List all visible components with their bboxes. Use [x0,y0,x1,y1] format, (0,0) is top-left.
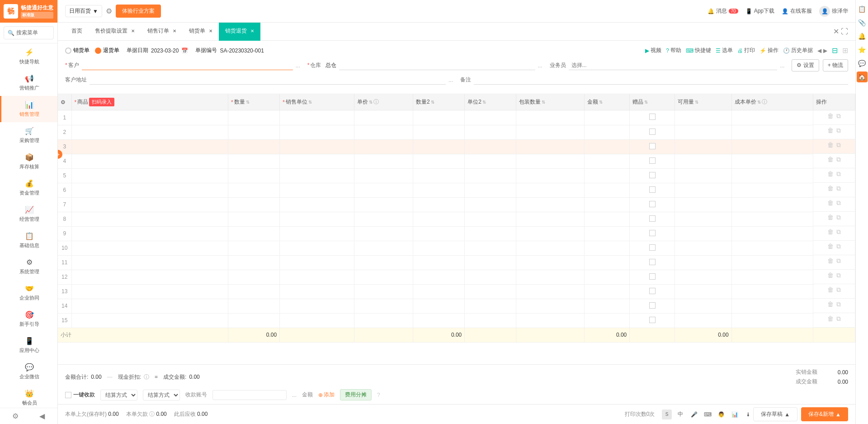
row-unit-price-15[interactable] [354,313,413,328]
row-cost-price-5[interactable] [731,168,813,183]
row-available-4[interactable] [675,154,731,168]
row-quantity-5[interactable] [228,168,280,183]
gift-checkbox-4[interactable] [649,157,656,164]
row-unit2-1[interactable] [465,110,516,125]
radio-sales-delivery[interactable]: 销货单 [65,47,90,54]
row-package-qty-13[interactable] [516,284,585,299]
row-unit2-6[interactable] [465,183,516,197]
split-button[interactable]: 费用分摊 [340,389,372,400]
row-quantity2-3[interactable] [413,139,465,154]
row-product-8[interactable] [71,212,228,226]
row-gift-3[interactable] [630,139,675,154]
row-gift-9[interactable] [630,226,675,241]
row-amount-7[interactable] [585,197,630,212]
row-product-10[interactable] [71,241,228,255]
row-cost-price-7[interactable] [731,197,813,212]
row-cost-price-1[interactable] [731,110,813,125]
row-available-11[interactable] [675,255,731,270]
row-available-5[interactable] [675,168,731,183]
row-available-14[interactable] [675,299,731,313]
maximize-button[interactable]: ⛶ [841,28,848,36]
row-quantity2-4[interactable] [413,154,465,168]
next-history-btn[interactable]: ▶ [823,48,827,54]
row-gift-5[interactable] [630,168,675,183]
copy-row-icon-12[interactable]: ⧉ [836,272,841,282]
row-package-qty-9[interactable] [516,226,585,241]
right-icon-5[interactable]: 💬 [857,58,868,69]
row-gift-10[interactable] [630,241,675,255]
row-package-qty-3[interactable] [516,139,585,154]
row-cost-price-15[interactable] [731,313,813,328]
row-amount-6[interactable] [585,183,630,197]
row-unit2-10[interactable] [465,241,516,255]
gift-checkbox-6[interactable] [649,186,656,193]
prev-history-btn[interactable]: ◀ [817,48,821,54]
row-package-qty-14[interactable] [516,299,585,313]
right-icon-6[interactable]: 🏠 [857,71,868,82]
sidebar-item-operations[interactable]: 📈 经营管理 [0,201,57,227]
row-quantity2-10[interactable] [413,241,465,255]
row-package-qty-2[interactable] [516,125,585,139]
copy-row-icon-1[interactable]: ⧉ [836,112,841,123]
list-view-btn[interactable]: ⊟ [832,46,838,55]
address-input[interactable] [90,75,446,85]
checkbox-one-click-pay[interactable] [65,392,71,398]
add-fee-button[interactable]: ⊕ 添加 [318,391,335,399]
row-unit2-11[interactable] [465,255,516,270]
delete-row-icon-11[interactable]: 🗑 [827,257,834,267]
row-gift-12[interactable] [630,270,675,284]
row-quantity2-11[interactable] [413,255,465,270]
row-cost-price-13[interactable] [731,284,813,299]
row-cost-price-3[interactable] [731,139,813,154]
delete-row-icon-5[interactable]: 🗑 [827,170,834,181]
row-available-3[interactable] [675,139,731,154]
row-product-6[interactable] [71,183,228,197]
delete-row-icon-10[interactable]: 🗑 [827,243,834,253]
row-package-qty-4[interactable] [516,154,585,168]
close-all-tabs-button[interactable]: ✕ [833,27,839,36]
sidebar-item-basic[interactable]: 📋 基础信息 [0,227,57,253]
row-gift-15[interactable] [630,313,675,328]
row-quantity-10[interactable] [228,241,280,255]
grid-view-btn[interactable]: ⊞ [842,46,848,55]
row-quantity2-8[interactable] [413,212,465,226]
row-amount-12[interactable] [585,270,630,284]
tool3-icon[interactable]: ⌨ [703,410,712,419]
row-sales-unit-8[interactable] [280,212,354,226]
row-product-14[interactable] [71,299,228,313]
row-gift-11[interactable] [630,255,675,270]
row-amount-1[interactable] [585,110,630,125]
row-amount-14[interactable] [585,299,630,313]
row-unit-price-6[interactable] [354,183,413,197]
row-unit2-14[interactable] [465,299,516,313]
row-amount-5[interactable] [585,168,630,183]
select-btn[interactable]: ☰ 选单 [716,47,733,54]
row-quantity-11[interactable] [228,255,280,270]
row-package-qty-7[interactable] [516,197,585,212]
save-new-button[interactable]: 保存&新增 ▲ [801,407,848,421]
row-cost-price-12[interactable] [731,270,813,284]
row-available-9[interactable] [675,226,731,241]
row-product-3[interactable] [71,139,228,154]
tab-sales-return[interactable]: 销货退货 ✕ [219,23,260,41]
row-unit2-2[interactable] [465,125,516,139]
sidebar-item-system[interactable]: ⚙ 系统管理 [0,253,57,280]
row-package-qty-15[interactable] [516,313,585,328]
row-unit-price-11[interactable] [354,255,413,270]
date-value[interactable]: 2023-03-20 [151,48,179,54]
sidebar-item-shortcuts[interactable]: ⚡ 快捷导航 [0,43,57,70]
row-unit2-13[interactable] [465,284,516,299]
row-quantity-3[interactable] [228,139,280,154]
row-sales-unit-5[interactable] [280,168,354,183]
tab-sales-delivery[interactable]: 销货单 ✕ [183,23,219,41]
sidebar-item-sales[interactable]: 📊 销售管理 [0,96,57,122]
row-package-qty-5[interactable] [516,168,585,183]
row-quantity-2[interactable] [228,125,280,139]
row-amount-11[interactable] [585,255,630,270]
row-quantity2-12[interactable] [413,270,465,284]
row-quantity-8[interactable] [228,212,280,226]
row-unit-price-5[interactable] [354,168,413,183]
row-available-6[interactable] [675,183,731,197]
row-amount-15[interactable] [585,313,630,328]
tab-sales-order[interactable]: 销售订单 ✕ [141,23,183,41]
